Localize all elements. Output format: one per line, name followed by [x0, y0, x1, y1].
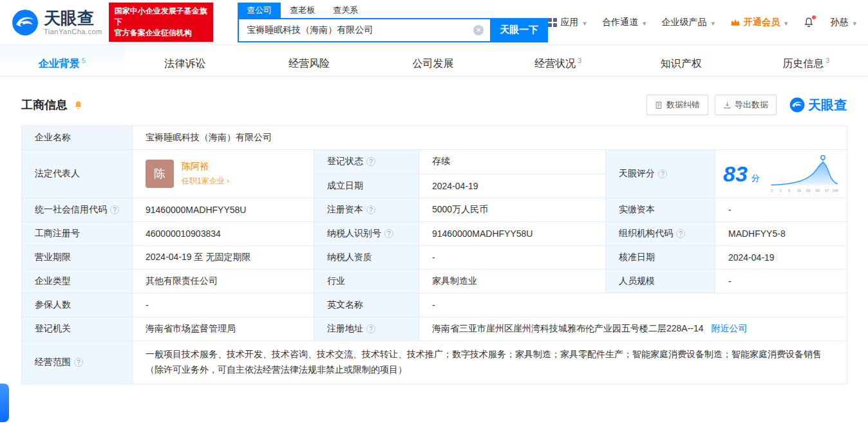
legal-rep-companies-link[interactable]: 任职1家企业	[182, 176, 229, 187]
field-label: 企业类型	[22, 270, 133, 293]
business-term-value: 2024-04-19 至 无固定期限	[133, 246, 314, 270]
search-tab-relation[interactable]: 查关系	[324, 3, 367, 18]
tab-count: 3	[578, 57, 581, 64]
help-icon[interactable]	[74, 358, 83, 367]
help-icon[interactable]	[366, 157, 375, 166]
document-icon	[655, 101, 663, 109]
search-tab-boss[interactable]: 查老板	[281, 3, 324, 18]
industry-value: 家具制造业	[419, 270, 606, 293]
english-name-value: -	[419, 293, 847, 317]
registered-capital-value: 5000万人民币	[419, 198, 606, 222]
field-label: 注册资本	[327, 204, 363, 214]
svg-text:15: 15	[797, 189, 801, 192]
top-right-nav: 应用 合作通道 企业级产品 开通会员 孙慈	[548, 17, 856, 28]
data-correction-button[interactable]: 数据纠错	[646, 95, 708, 115]
field-label: 人员规模	[606, 270, 715, 293]
nearby-companies-link[interactable]: 附近公司	[711, 323, 747, 333]
search-clear-icon[interactable]	[473, 25, 484, 35]
logo-title: 天眼查	[44, 10, 102, 26]
section-title: 工商信息	[21, 97, 68, 113]
help-icon[interactable]	[384, 229, 393, 238]
nav-vip[interactable]: 开通会员	[730, 17, 788, 28]
help-icon[interactable]	[658, 169, 667, 178]
field-label: 参保人数	[22, 293, 133, 317]
table-row: 营业期限 2024-04-19 至 无固定期限 纳税人资质 - 核准日期 202…	[22, 246, 847, 270]
tianyancha-logo[interactable]: 天眼查 TianYanCha.com	[12, 9, 102, 36]
legal-rep-cell: 陈 陈阿裕 任职1家企业	[133, 150, 314, 198]
svg-text:1: 1	[780, 189, 782, 192]
tab-intellectual-property[interactable]: 知识产权	[620, 45, 744, 76]
field-label: 经营范围	[35, 357, 71, 367]
tab-label: 经营状况	[534, 58, 576, 69]
nav-enterprise-products[interactable]: 企业级产品	[661, 17, 715, 28]
tab-count: 5	[82, 57, 86, 64]
tianyancha-logo-icon	[12, 9, 39, 36]
tab-label: 经营风险	[288, 58, 330, 69]
nav-vip-label: 开通会员	[744, 17, 780, 28]
tab-count: 3	[826, 57, 829, 64]
search-row: 天眼一下	[238, 18, 548, 42]
field-label: 实缴资本	[606, 198, 715, 222]
insured-count-value: -	[133, 293, 314, 317]
data-correction-label: 数据纠错	[666, 99, 700, 111]
table-row: 法定代表人 陈 陈阿裕 任职1家企业 登记状态 存续 天眼评分 83 分	[22, 150, 847, 174]
field-label-cell: 经营范围	[22, 341, 133, 384]
field-label: 成立日期	[314, 174, 419, 198]
table-row: 企业类型 其他有限责任公司 行业 家具制造业 人员规模 -	[22, 270, 847, 293]
field-label-cell: 登记状态	[314, 150, 419, 174]
table-row: 经营范围 一般项目技术服务、技术开发、技术咨询、技术交流、技术转让、技术推广；数…	[22, 341, 847, 384]
field-label-cell: 天眼评分	[606, 150, 715, 198]
registered-address-value: 海南省三亚市崖州区崖州湾科技城雅布伦产业园五号楼二层228A--14	[432, 323, 704, 333]
tab-label: 知识产权	[661, 58, 702, 69]
legal-rep-avatar[interactable]: 陈	[146, 160, 174, 188]
svg-text:0: 0	[771, 189, 773, 192]
chevron-down-icon	[851, 17, 856, 28]
svg-text:5: 5	[788, 189, 790, 192]
registration-authority-value: 海南省市场监督管理局	[133, 317, 314, 341]
user-menu[interactable]: 孙慈	[830, 17, 856, 28]
search-input[interactable]	[238, 18, 490, 42]
nav-cooperation[interactable]: 合作通道	[602, 17, 646, 28]
field-label-cell: 组织机构代码	[606, 222, 715, 246]
tab-label: 企业背景	[39, 58, 80, 69]
company-type-value: 其他有限责任公司	[133, 270, 314, 293]
legal-rep-link[interactable]: 陈阿裕	[182, 161, 229, 172]
chevron-down-icon	[783, 17, 788, 28]
crown-icon	[730, 18, 741, 27]
help-icon[interactable]	[110, 205, 119, 214]
field-label: 企业名称	[22, 126, 133, 150]
score-cell: 83 分 0 1 5 15	[715, 150, 847, 198]
search-button[interactable]: 天眼一下	[490, 18, 548, 42]
field-label: 登记机关	[22, 317, 133, 341]
chevron-down-icon	[581, 17, 587, 28]
help-icon[interactable]	[366, 324, 375, 333]
tab-operating-status[interactable]: 经营状况3	[496, 45, 620, 76]
export-data-button[interactable]: 导出数据	[715, 95, 777, 115]
help-icon[interactable]	[366, 205, 375, 214]
tab-operational-risk[interactable]: 经营风险	[248, 45, 372, 76]
table-row: 参保人数 - 英文名称 -	[22, 293, 847, 317]
field-label: 天眼评分	[619, 168, 655, 178]
field-label: 工商注册号	[22, 222, 133, 246]
org-code-value: MADHFYY5-8	[715, 222, 847, 246]
tab-legal-proceedings[interactable]: 法律诉讼	[124, 45, 249, 76]
floating-sidebar-tab[interactable]	[0, 384, 9, 422]
notification-bell-icon[interactable]	[803, 17, 815, 28]
staff-size-value: -	[715, 270, 847, 293]
badge-line1: 国家中小企业发展子基金旗下	[115, 6, 208, 28]
search-tab-company[interactable]: 查公司	[238, 3, 281, 18]
chevron-down-icon	[641, 17, 646, 28]
top-header: 天眼查 TianYanCha.com 国家中小企业发展子基金旗下 官方备案企业征…	[0, 0, 868, 45]
notification-dot	[812, 15, 816, 19]
tab-company-background[interactable]: 企业背景5	[0, 45, 124, 76]
credit-code-value: 91460000MADHFYY58U	[133, 198, 314, 222]
brand-watermark-label: 天眼查	[808, 97, 847, 114]
table-row: 工商注册号 460000010903834 纳税人识别号 91460000MAD…	[22, 222, 847, 246]
tab-company-development[interactable]: 公司发展	[372, 45, 496, 76]
help-icon[interactable]	[676, 229, 685, 238]
monitor-bell-icon[interactable]	[73, 100, 84, 111]
field-label: 登记状态	[327, 156, 363, 166]
tab-history-info[interactable]: 历史信息3	[744, 45, 868, 76]
nav-apps[interactable]: 应用	[548, 17, 587, 28]
score-marker	[821, 156, 825, 160]
